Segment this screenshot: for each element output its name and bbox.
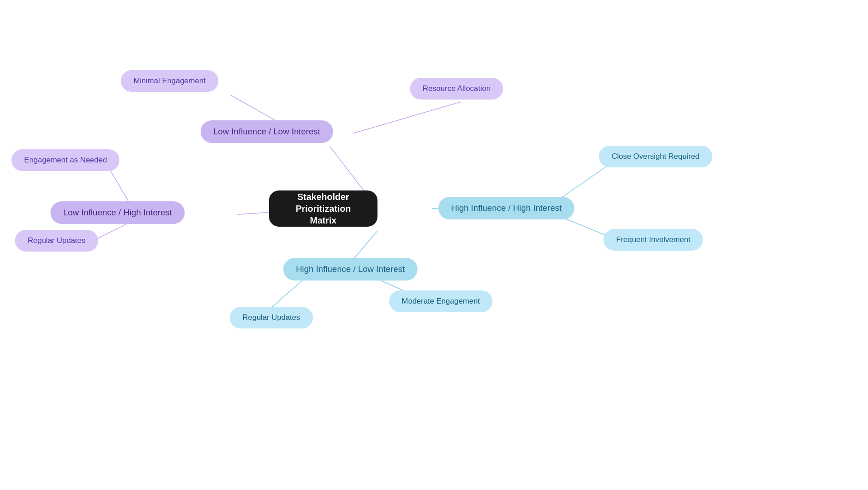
svg-line-4 <box>108 167 131 206</box>
node-resource-allocation: Resource Allocation <box>410 78 503 100</box>
node-frequent-involvement: Frequent Involvement <box>604 229 703 251</box>
node-minimal-engagement: Minimal Engagement <box>121 70 218 92</box>
node-engagement-as-needed: Engagement as Needed <box>11 149 119 171</box>
center-node: Stakeholder Prioritization Matrix <box>269 190 377 227</box>
node-low-influence-high-interest: Low Influence / High Interest <box>51 201 185 224</box>
node-regular-updates-bottom: Regular Updates <box>230 307 313 328</box>
svg-line-2 <box>353 102 461 133</box>
node-high-influence-high-interest: High Influence / High Interest <box>438 197 574 219</box>
node-low-influence-low-interest: Low Influence / Low Interest <box>201 120 333 143</box>
svg-line-9 <box>353 231 377 260</box>
node-close-oversight-required: Close Oversight Required <box>599 146 712 167</box>
node-high-influence-low-interest: High Influence / Low Interest <box>283 258 418 281</box>
node-moderate-engagement: Moderate Engagement <box>389 290 493 312</box>
svg-line-10 <box>271 276 307 308</box>
svg-line-5 <box>95 222 131 240</box>
node-regular-updates-left: Regular Updates <box>15 230 98 252</box>
